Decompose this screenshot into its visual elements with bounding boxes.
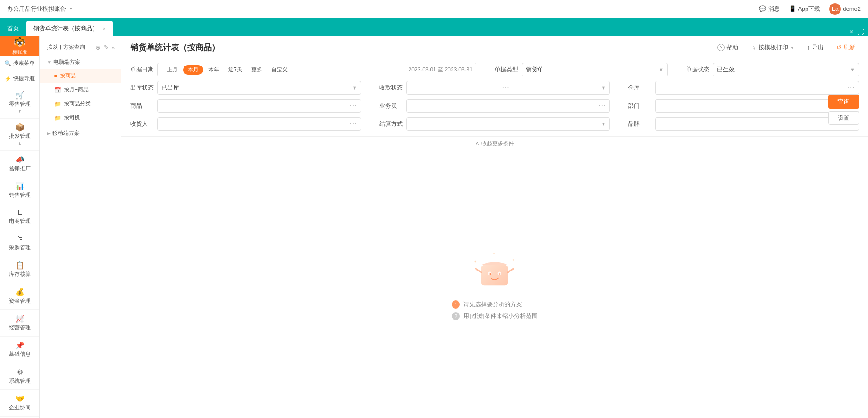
filter-date-range: 单据日期 上月 本月 本年 近7天 更多 自定义 20 [130,63,476,76]
app-download-btn[interactable]: 📱 App下载 [789,5,820,13]
content-area: 按以下方案查询 ⊕ ✎ « ▼ 电脑端方案 按商品 [40,36,868,418]
retail-expand-icon: ▼ [18,109,22,114]
tab-close-window-btn[interactable]: × [849,28,854,36]
sidebar-item-inventory[interactable]: 📋 库存核算 [0,256,39,283]
filter-payment-status: 收款状态 ··· ▼ [379,81,610,95]
filter-area: 单据日期 上月 本月 本年 近7天 更多 自定义 20 [121,57,868,137]
sidebar-item-quicknav[interactable]: ⚡ 快捷导航 [0,71,39,86]
sidebar-item-sales[interactable]: 📊 销售管理 [0,177,39,204]
filter-product: 商品 ··· [130,99,361,113]
date-tab-more[interactable]: 更多 [248,65,266,75]
empty-tip-2: 2 用[过滤]条件来缩小分析范围 [452,312,537,320]
message-icon: 💬 [759,5,766,12]
query-button[interactable]: 查询 [828,95,859,109]
refresh-btn[interactable]: ↺ 刷新 [833,42,859,53]
svg-text:✦: ✦ [512,258,514,261]
svg-line-6 [508,269,514,272]
doc-type-control[interactable]: 销货单 ▼ [522,63,668,76]
user-profile-btn[interactable]: Ea demo2 [829,3,861,15]
scheme-add-icon[interactable]: ⊕ [95,44,101,51]
warehouse-control[interactable]: ··· [655,81,859,95]
tab-report[interactable]: 销货单统计表（按商品） × [26,21,113,36]
tab-bar-controls: × ⛶ [849,28,868,36]
svg-rect-0 [481,265,508,286]
sidebar-item-wholesale[interactable]: 📦 批发管理 ▲ [0,119,39,151]
doc-status-control[interactable]: 已生效 ▼ [713,63,859,76]
sidebar: 🐯 标账版 🔍 搜索菜单 ⚡ 快捷导航 🛒 零售管理 ▼ 📦 批发管理 ▲ [0,36,40,418]
sidebar-item-system[interactable]: ⚙ 系统管理 [0,363,39,390]
scheme-item-by-product[interactable]: 按商品 [40,69,121,83]
collapse-bar[interactable]: ∧ 收起更多条件 [121,137,868,150]
payment-label: 收款状态 [379,84,406,92]
left-panel: 按以下方案查询 ⊕ ✎ « ▼ 电脑端方案 按商品 [40,36,121,418]
svg-line-5 [476,269,481,272]
scheme-collapse-icon[interactable]: « [112,44,115,51]
template-print-btn[interactable]: 🖨 按模板打印 ▼ [747,42,798,53]
scheme-item-by-cashier[interactable]: 📁 按司机 [40,111,121,125]
date-tab-7days[interactable]: 近7天 [225,65,246,75]
brand-label: 品牌 [628,120,655,128]
sidebar-item-ecommerce[interactable]: 🖥 电商管理 [0,204,39,230]
dept-label: 部门 [628,102,655,110]
outbound-value: 已出库 [161,84,179,92]
tab-fullscreen-btn[interactable]: ⛶ [857,28,864,36]
filter-doc-status: 单据状态 已生效 ▼ [686,63,859,76]
enterprise-icon: 🤝 [15,394,24,403]
wholesale-expand-icon: ▲ [18,141,22,146]
date-range-control[interactable]: 上月 本月 本年 近7天 更多 自定义 2023-03-01 至 2023-03… [157,63,476,76]
avatar: Ea [829,3,841,15]
cashier-icon: 📁 [54,115,61,121]
filter-row-2: 出库状态 已出库 ▼ 收款状态 ··· ▼ [130,81,859,95]
message-btn[interactable]: 💬 消息 [759,5,780,13]
sidebar-item-retail[interactable]: 🛒 零售管理 ▼ [0,86,39,119]
sidebar-item-enterprise[interactable]: 🤝 企业协同 [0,390,39,417]
phone-icon: 📱 [789,5,796,12]
date-tab-last-month[interactable]: 上月 [163,65,181,75]
date-tab-custom[interactable]: 自定义 [268,65,291,75]
scheme-item-by-category[interactable]: 📁 按商品分类 [40,97,121,111]
operations-icon: 📈 [15,314,24,323]
scheme-item-by-month-product[interactable]: 📅 按月+商品 [40,83,121,97]
export-btn[interactable]: ↑ 导出 [803,42,827,53]
left-panel-header: 按以下方案查询 ⊕ ✎ « [40,41,121,54]
scheme-edit-icon[interactable]: ✎ [104,44,109,51]
sidebar-item-search[interactable]: 🔍 搜索菜单 [0,56,39,71]
tab-close-icon[interactable]: × [103,26,105,31]
settings-button[interactable]: 设置 [828,111,859,125]
top-bar-title: 办公用品行业模拟账套 [7,5,66,13]
doc-type-label: 单据类型 [495,66,522,74]
system-icon: ⚙ [17,368,23,376]
settlement-control[interactable]: ▼ [406,117,610,131]
sidebar-item-basicinfo[interactable]: 📌 基础信息 [0,337,39,363]
calendar-icon: 📅 [54,87,61,93]
page-actions: ? 帮助 🖨 按模板打印 ▼ ↑ 导出 ↺ [714,42,859,53]
right-main: 销货单统计表（按商品） ? 帮助 🖨 按模板打印 ▼ ↑ [121,36,868,418]
salesperson-control[interactable]: ··· [406,99,610,113]
query-btn-panel: 查询 设置 [828,95,859,125]
date-range-text: 2023-03-01 至 2023-03-31 [409,66,472,74]
sidebar-item-finance[interactable]: 💰 资金管理 [0,283,39,310]
outbound-control[interactable]: 已出库 ▼ [157,81,361,95]
sidebar-item-marketing[interactable]: 📣 营销推广 [0,151,39,177]
outbound-caret: ▼ [352,85,357,90]
tab-bar: 首页 销货单统计表（按商品） × × ⛶ [0,18,868,36]
tab-home[interactable]: 首页 [0,21,26,36]
sidebar-item-purchase[interactable]: 🛍 采购管理 [0,230,39,256]
sidebar-item-operations[interactable]: 📈 经营管理 [0,310,39,337]
receiver-control[interactable]: ··· [157,117,361,131]
folder-icon: 📁 [54,101,61,107]
empty-state: ✦ ✦ ✦ 1 请先选择要分析的方案 2 用[过滤]条件来缩小分析范围 [121,150,868,418]
date-tab-this-year[interactable]: 本年 [205,65,223,75]
payment-caret: ▼ [601,85,606,90]
date-tab-this-month[interactable]: 本月 [183,65,203,75]
product-control[interactable]: ··· [157,99,361,113]
inventory-icon: 📋 [15,261,24,270]
top-bar-right: 💬 消息 📱 App下载 Ea demo2 [759,3,861,15]
help-btn[interactable]: ? 帮助 [714,42,742,53]
payment-control[interactable]: ··· ▼ [406,81,610,95]
topbar-dropdown-icon[interactable]: ▾ [70,6,72,12]
scheme-group-mobile-title[interactable]: ▶ 移动端方案 [40,127,121,140]
salesperson-label: 业务员 [379,102,406,110]
scheme-group-pc-title[interactable]: ▼ 电脑端方案 [40,56,121,69]
salesperson-dots: ··· [599,102,606,110]
